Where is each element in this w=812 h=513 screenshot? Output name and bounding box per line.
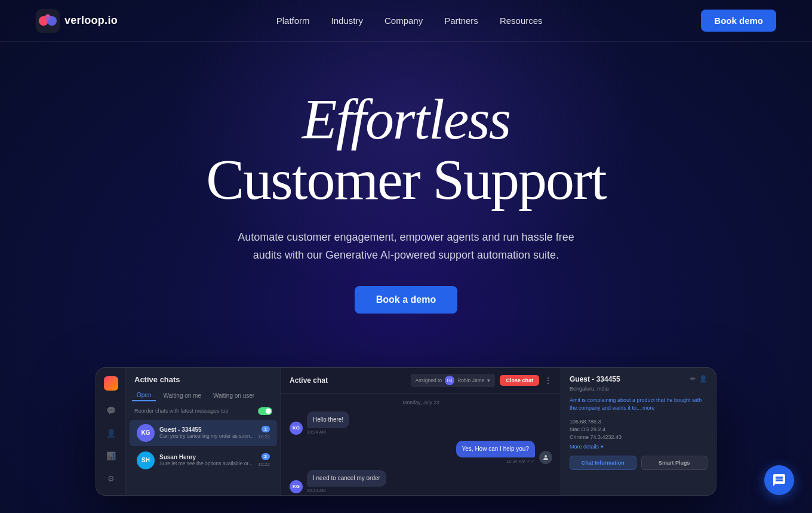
chat-item-kg[interactable]: KG Guest - 334455 Can you try cancelling… — [130, 420, 277, 446]
tab-open[interactable]: Open — [132, 390, 156, 401]
info-guest-name: Guest - 334455 — [570, 375, 620, 383]
dashboard-sidebar: 💬 👤 📊 ⚙ — [96, 368, 126, 495]
more-details-link[interactable]: More details ▾ — [570, 444, 708, 450]
navbar: verloop.io Platform Industry Company Par… — [0, 0, 812, 42]
info-panel: Guest - 334455 ✏ 👤 Bengaluru, India Amit… — [561, 368, 716, 495]
tab-waiting-user[interactable]: Waiting on user — [208, 390, 259, 401]
msg-avatar-1: KG — [290, 422, 303, 435]
nav-book-demo-button[interactable]: Book demo — [701, 10, 776, 32]
chat-list-title: Active chats — [126, 375, 281, 390]
chat-meta-kg: 1 10:22 — [258, 426, 270, 440]
msg-time-1: 10:24 AM — [307, 429, 349, 435]
msg-avatar-2 — [539, 451, 552, 464]
chat-meta-sh: 2 10:22 — [258, 453, 270, 467]
dashboard-preview: 💬 👤 📊 ⚙ Active chats Open Waiting on me … — [78, 367, 734, 496]
chat-name-kg: Guest - 334455 — [159, 426, 253, 433]
reorder-row: Reorder chats with latest messages top — [126, 407, 281, 420]
sidebar-logo — [104, 376, 118, 391]
chat-info-button[interactable]: Chat Information — [570, 456, 636, 470]
chat-avatar-sh: SH — [137, 451, 155, 469]
msg-bubble-1: Hello there! 10:24 AM — [307, 411, 349, 435]
info-footer: Chat Information Smart Plugs — [570, 456, 708, 470]
info-header-icons: ✏ 👤 — [690, 375, 708, 383]
message-3: KG I need to cancel my order 10:24 AM — [290, 470, 552, 493]
chat-badge-kg: 1 — [262, 426, 270, 432]
hero-title-line2: Customer Support — [12, 150, 800, 210]
assignee-chevron-icon: ▾ — [487, 377, 490, 383]
svg-point-3 — [45, 14, 51, 20]
chat-info-kg: Guest - 334455 Can you try cancelling my… — [159, 426, 253, 439]
assignee-label: Assigned to — [416, 377, 442, 383]
nav-company[interactable]: Company — [385, 16, 423, 26]
active-chat-panel: Active chat Assigned to RJ Robin Jame ▾ … — [281, 368, 561, 495]
logo-icon — [36, 9, 60, 33]
user-add-icon[interactable]: 👤 — [699, 375, 708, 383]
more-options-icon[interactable]: ⋮ — [544, 376, 552, 385]
info-header: Guest - 334455 ✏ 👤 — [570, 375, 708, 383]
msg-text-1: Hello there! — [307, 411, 349, 428]
reorder-toggle[interactable] — [258, 407, 272, 415]
chat-assignee: Assigned to RJ Robin Jame ▾ — [411, 374, 496, 387]
nav-resources[interactable]: Resources — [500, 16, 543, 26]
chat-name-sh: Susan Henry — [159, 454, 253, 460]
message-2: Yes, How can I help you? 10:24 AM ✓✓ — [290, 441, 552, 464]
hero-title: Effortless Customer Support — [12, 90, 800, 210]
assignee-name: Robin Jame — [457, 377, 484, 383]
hero-title-line1: Effortless — [12, 90, 800, 150]
nav-platform[interactable]: Platform — [276, 16, 310, 26]
info-ip: 106.68.786.3 — [570, 419, 708, 425]
chat-header-title: Active chat — [290, 376, 328, 385]
svg-point-4 — [545, 455, 547, 457]
nav-links: Platform Industry Company Partners Resou… — [276, 16, 543, 26]
chat-messages: Monday, July 23 KG Hello there! 10:24 AM — [281, 394, 561, 495]
chat-tabs: Open Waiting on me Waiting on user — [126, 390, 281, 401]
msg-time-3: 10:24 AM — [307, 488, 386, 493]
info-os: Mac OS 29.2.4 — [570, 426, 708, 432]
chat-time-kg: 10:22 — [258, 434, 270, 440]
info-description: Amit is complaining about a product that… — [570, 397, 708, 413]
dashboard-frame: 💬 👤 📊 ⚙ Active chats Open Waiting on me … — [96, 367, 716, 496]
chat-badge-sh: 2 — [262, 453, 270, 460]
info-location: Bengaluru, India — [570, 386, 708, 392]
chat-item-sh[interactable]: SH Susan Henry Sure let me see the optio… — [130, 447, 277, 474]
hero-section: Effortless Customer Support Automate cus… — [0, 42, 812, 343]
message-1: KG Hello there! 10:24 AM — [290, 411, 552, 435]
sidebar-settings-icon: ⚙ — [105, 473, 117, 485]
hero-book-demo-button[interactable]: Book a demo — [355, 286, 457, 314]
tab-waiting-me[interactable]: Waiting on me — [158, 390, 206, 401]
info-browser: Chrome 74.3.4232.43 — [570, 434, 708, 440]
chat-widget-icon — [772, 473, 786, 487]
hero-subtitle: Automate customer engagement, empower ag… — [227, 228, 585, 265]
assignee-avatar: RJ — [445, 376, 454, 385]
chat-list-panel: Active chats Open Waiting on me Waiting … — [126, 368, 281, 495]
chat-header-right: Assigned to RJ Robin Jame ▾ Close chat ⋮ — [411, 374, 552, 387]
chat-avatar-kg: KG — [137, 424, 155, 442]
msg-bubble-3: I need to cancel my order 10:24 AM — [307, 470, 386, 493]
msg-text-3: I need to cancel my order — [307, 470, 386, 487]
chevron-down-icon: ▾ — [601, 444, 604, 450]
nav-industry[interactable]: Industry — [331, 16, 363, 26]
msg-time-2: 10:24 AM ✓✓ — [456, 459, 535, 464]
sidebar-chart-icon: 📊 — [105, 450, 117, 462]
sidebar-user-icon: 👤 — [105, 428, 117, 440]
msg-bubble-2: Yes, How can I help you? 10:24 AM ✓✓ — [456, 441, 535, 464]
date-divider: Monday, July 23 — [290, 400, 552, 406]
close-chat-button[interactable]: Close chat — [500, 375, 539, 386]
sidebar-chat-icon: 💬 — [105, 405, 117, 417]
info-desc-more[interactable]: more — [642, 405, 655, 411]
msg-avatar-3: KG — [290, 480, 303, 493]
chat-header: Active chat Assigned to RJ Robin Jame ▾ … — [281, 368, 561, 394]
edit-icon[interactable]: ✏ — [690, 375, 696, 383]
smart-plugs-button[interactable]: Smart Plugs — [641, 456, 708, 470]
nav-partners[interactable]: Partners — [444, 16, 478, 26]
chat-time-sh: 10:22 — [258, 462, 270, 467]
logo-link[interactable]: verloop.io — [36, 9, 118, 33]
chat-preview-kg: Can you try cancelling my order as soon.… — [159, 433, 253, 439]
chat-widget-button[interactable] — [764, 465, 794, 495]
chat-preview-sh: Sure let me see the options available or… — [159, 460, 253, 466]
msg-text-2: Yes, How can I help you? — [456, 441, 535, 457]
reorder-label: Reorder chats with latest messages top — [134, 408, 229, 414]
logo-text: verloop.io — [64, 14, 118, 27]
chat-info-sh: Susan Henry Sure let me see the options … — [159, 454, 253, 466]
